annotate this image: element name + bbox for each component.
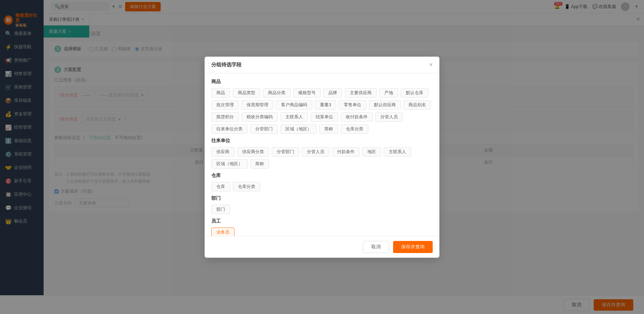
modal-confirm-btn[interactable]: 保存并查询 [393,241,433,253]
field-tag-业务员[interactable]: 业务员 [211,228,234,236]
field-tag-主联系人[interactable]: 主联系人 [384,147,411,156]
modal-footer: 取消 保存并查询 [205,236,439,258]
section-title-员工: 员工 [211,218,433,224]
field-tag-往来单位分类[interactable]: 往来单位分类 [211,124,248,134]
modal-cancel-btn[interactable]: 取消 [363,241,389,253]
field-tag-供应商分类[interactable]: 供应商分类 [237,147,269,156]
modal-body: 商品商品商品类型商品分类规格型号品牌主要供应商产地默认仓库批次管理保质期管理客户… [205,73,439,236]
field-grid-商品: 商品商品类型商品分类规格型号品牌主要供应商产地默认仓库批次管理保质期管理客户商品… [211,88,433,134]
field-tag-付款条件[interactable]: 付款条件 [332,147,360,156]
field-tag-商品分类[interactable]: 商品分类 [263,88,290,98]
field-tag-客户商品编码[interactable]: 客户商品编码 [276,100,312,110]
field-tag-结算单位[interactable]: 结算单位 [311,112,338,122]
field-tag-保质期管理[interactable]: 保质期管理 [241,100,273,110]
field-tag-分管人员[interactable]: 分管人员 [302,147,329,156]
field-tag-商品别名[interactable]: 商品别名 [404,100,431,110]
field-tag-默认仓库[interactable]: 默认仓库 [401,88,428,98]
field-tag-分管部门[interactable]: 分管部门 [272,147,299,156]
field-tag-税收分类编码[interactable]: 税收分类编码 [241,112,278,122]
field-tag-主要供应商[interactable]: 主要供应商 [345,88,377,98]
field-tag-简称[interactable]: 简称 [319,124,338,134]
field-grid-仓库: 仓库仓库分类 [211,182,433,191]
modal-title: 分组待选字段 [211,62,241,68]
field-tag-仓库[interactable]: 仓库 [211,182,230,191]
field-tag-简称[interactable]: 简称 [250,159,269,169]
field-tag-部门[interactable]: 部门 [211,205,230,214]
field-grid-员工: 业务员 [211,228,433,236]
field-tag-主联系人[interactable]: 主联系人 [280,112,308,122]
section-title-往来单位: 往来单位 [211,138,433,144]
field-grid-往来单位: 供应商供应商分类分管部门分管人员付款条件地区主联系人区域（地区）简称 [211,147,433,169]
field-tag-仓库分类[interactable]: 仓库分类 [233,182,260,191]
field-tag-地区[interactable]: 地区 [362,147,381,156]
field-tag-产地[interactable]: 产地 [379,88,398,98]
section-title-商品: 商品 [211,79,433,85]
modal-header: 分组待选字段 × [205,57,439,73]
field-tag-商品[interactable]: 商品 [211,88,230,98]
field-tag-收付款条件[interactable]: 收付款条件 [341,112,373,122]
field-tag-拣货积分[interactable]: 拣货积分 [211,112,239,122]
field-tag-仓库分类[interactable]: 仓库分类 [341,124,368,134]
field-tag-区域（地区）[interactable]: 区域（地区） [280,124,317,134]
field-grid-部门: 部门 [211,205,433,214]
section-title-部门: 部门 [211,195,433,201]
modal-overlay: 分组待选字段 × 商品商品商品类型商品分类规格型号品牌主要供应商产地默认仓库批次… [0,0,644,314]
field-selection-modal: 分组待选字段 × 商品商品商品类型商品分类规格型号品牌主要供应商产地默认仓库批次… [205,57,439,258]
section-title-仓库: 仓库 [211,173,433,179]
field-tag-规格型号[interactable]: 规格型号 [293,88,321,98]
field-tag-重量3[interactable]: 重量3 [315,100,336,110]
field-tag-品牌[interactable]: 品牌 [323,88,342,98]
field-tag-零售单位[interactable]: 零售单位 [339,100,366,110]
field-tag-批次管理[interactable]: 批次管理 [211,100,239,110]
field-tag-区域（地区）[interactable]: 区域（地区） [211,159,248,169]
field-tag-默认供应商[interactable]: 默认供应商 [369,100,401,110]
field-tag-供应商[interactable]: 供应商 [211,147,234,156]
field-tag-商品类型[interactable]: 商品类型 [233,88,260,98]
field-tag-分管部门[interactable]: 分管部门 [250,124,278,134]
field-tag-分管人员[interactable]: 分管人员 [375,112,403,122]
modal-close-btn[interactable]: × [429,61,433,68]
